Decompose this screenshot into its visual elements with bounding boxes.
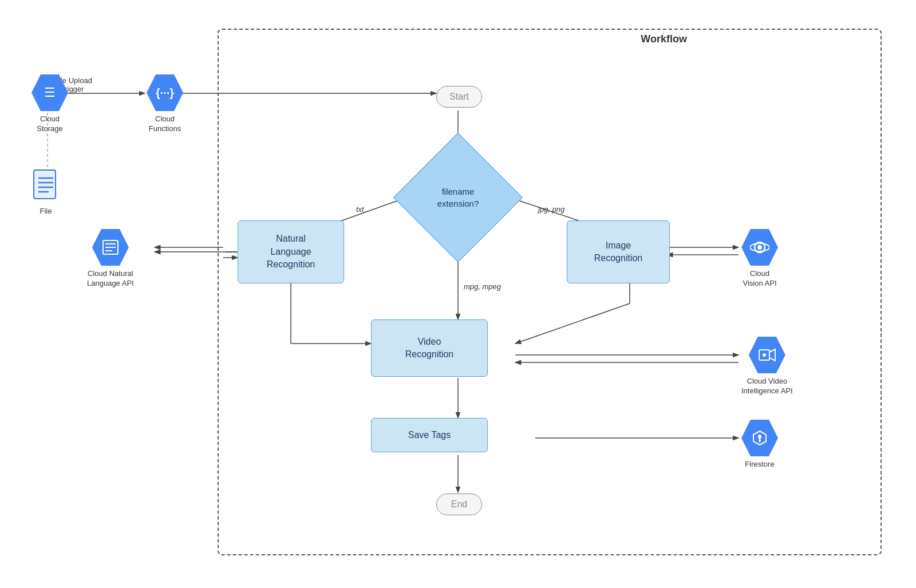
image-rec-label: ImageRecognition xyxy=(594,239,643,265)
firestore-label: Firestore xyxy=(745,460,774,469)
cloud-video-icon: Cloud VideoIntelligence API xyxy=(741,337,793,396)
nlr-node: NaturalLanguageRecognition xyxy=(238,220,344,283)
svg-marker-42 xyxy=(769,349,775,361)
end-node: End xyxy=(436,494,482,515)
save-tags-node: Save Tags xyxy=(371,418,488,452)
file-icon xyxy=(31,169,60,203)
file-label: File xyxy=(40,207,52,216)
vision-icon xyxy=(750,238,769,257)
firestore-hex xyxy=(741,420,778,456)
cloud-functions-label: CloudFunctions xyxy=(149,115,181,134)
cloud-storage-icon: ☰ CloudStorage xyxy=(31,74,68,134)
cloud-functions-icon: {···} CloudFunctions xyxy=(147,74,183,134)
video-rec-node: VideoRecognition xyxy=(371,319,488,377)
cloud-storage-label: CloudStorage xyxy=(37,115,63,134)
diagram: Workflow File Upload trigger txt jpg, pn… xyxy=(0,0,916,588)
cloud-nlp-label: Cloud NaturalLanguage API xyxy=(87,269,134,289)
decision-node: filenameextension? xyxy=(406,146,510,249)
video-rec-label: VideoRecognition xyxy=(405,336,454,361)
firestore-icon: Firestore xyxy=(741,420,778,469)
cloud-vision-icon: CloudVision API xyxy=(741,229,778,289)
nlr-label: NaturalLanguageRecognition xyxy=(267,232,315,271)
cloud-nlp-hex xyxy=(92,229,129,266)
firestore-icon-svg xyxy=(750,428,769,448)
video-icon xyxy=(757,345,777,365)
svg-point-39 xyxy=(757,245,762,250)
cloud-video-label: Cloud VideoIntelligence API xyxy=(741,377,793,396)
start-label: Start xyxy=(449,92,469,102)
nlp-icon xyxy=(101,238,120,257)
svg-rect-29 xyxy=(34,170,56,199)
save-tags-label: Save Tags xyxy=(408,429,451,441)
workflow-box xyxy=(218,29,882,555)
cloud-functions-hex: {···} xyxy=(147,74,183,111)
cloud-video-hex xyxy=(749,337,785,373)
start-node: Start xyxy=(436,86,482,108)
storage-icon: ☰ xyxy=(44,85,56,100)
end-label: End xyxy=(451,499,467,510)
functions-icon: {···} xyxy=(156,86,174,100)
cloud-nlp-icon: Cloud NaturalLanguage API xyxy=(87,229,134,289)
svg-point-43 xyxy=(763,353,766,357)
file-node: File xyxy=(31,169,60,216)
cloud-storage-hex: ☰ xyxy=(31,74,68,111)
decision-text: filenameextension? xyxy=(437,186,479,210)
cloud-vision-label: CloudVision API xyxy=(743,269,776,289)
workflow-label: Workflow xyxy=(641,33,687,45)
image-rec-node: ImageRecognition xyxy=(567,220,670,283)
cloud-vision-hex xyxy=(741,229,778,266)
